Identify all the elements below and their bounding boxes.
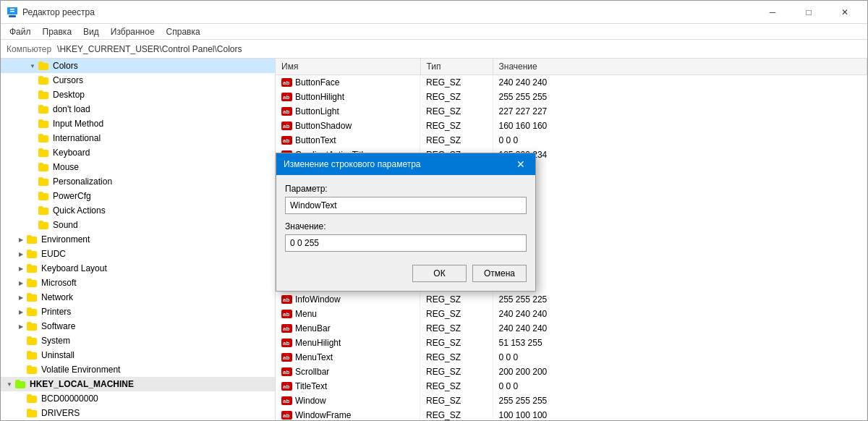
address-bar: Компьютер \HKEY_CURRENT_USER\Control Pan… [1, 40, 867, 59]
menu-bar: Файл Правка Вид Избранное Справка [1, 24, 867, 40]
menu-favorites[interactable]: Избранное [105, 25, 161, 38]
close-button[interactable]: ✕ [828, 1, 861, 24]
dialog-title-bar: Изменение строкового параметра ✕ [276, 153, 535, 175]
svg-rect-1 [9, 15, 16, 17]
param-input[interactable] [285, 197, 527, 214]
window-title: Редактор реестра [22, 7, 95, 17]
address-label: Компьютер [7, 44, 51, 54]
menu-view[interactable]: Вид [77, 25, 105, 38]
menu-help[interactable]: Справка [161, 25, 206, 38]
menu-edit[interactable]: Правка [37, 25, 78, 38]
content-area: Colors Cursors Desktop don't load Input [1, 59, 867, 420]
window-controls: ─ □ ✕ [756, 1, 861, 24]
svg-rect-3 [10, 11, 14, 12]
minimize-button[interactable]: ─ [756, 1, 789, 24]
registry-icon [7, 7, 18, 18]
title-bar: Редактор реестра ─ □ ✕ [1, 1, 867, 24]
address-path: \HKEY_CURRENT_USER\Control Panel\Colors [57, 44, 242, 54]
dialog-title-text: Изменение строкового параметра [284, 159, 421, 169]
title-bar-left: Редактор реестра [7, 7, 95, 18]
dialog-buttons: ОК Отмена [285, 265, 527, 282]
ok-button[interactable]: ОК [412, 265, 467, 282]
param-label: Параметр: [285, 184, 527, 194]
menu-file[interactable]: Файл [4, 25, 37, 38]
value-label: Значение: [285, 221, 527, 231]
value-input[interactable] [285, 234, 527, 252]
dialog-close-button[interactable]: ✕ [514, 157, 528, 171]
edit-string-dialog: Изменение строкового параметра ✕ Парамет… [276, 153, 536, 292]
maximize-button[interactable]: □ [792, 1, 825, 24]
svg-rect-2 [10, 9, 14, 10]
cancel-button[interactable]: Отмена [472, 265, 527, 282]
registry-editor-window: Редактор реестра ─ □ ✕ Файл Правка Вид И… [0, 0, 868, 421]
dialog-body: Параметр: Значение: ОК Отмена [276, 175, 535, 291]
dialog-overlay: Изменение строкового параметра ✕ Парамет… [1, 59, 867, 420]
